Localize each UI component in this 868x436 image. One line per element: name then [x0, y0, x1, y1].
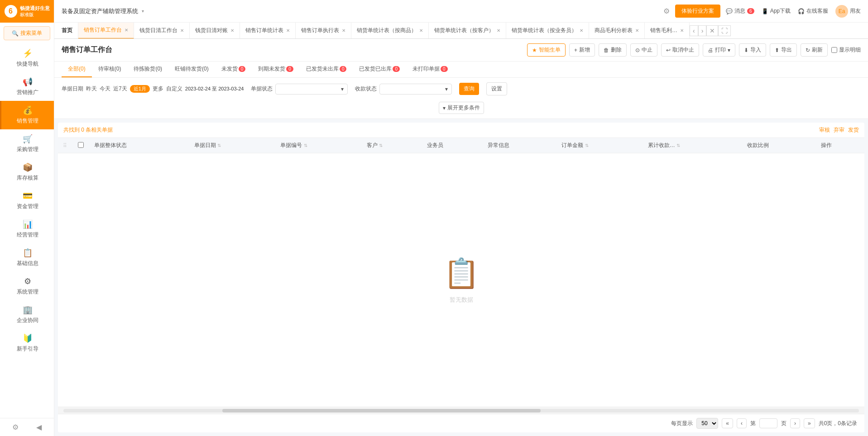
tab-home[interactable]: 首页 — [56, 23, 78, 39]
sub-tab-shipped-not-out[interactable]: 已发货未出库0 — [300, 62, 353, 77]
date-opt-custom[interactable]: 自定义 — [166, 85, 182, 93]
sub-tab-not-shipped[interactable]: 未发货0 — [215, 62, 252, 77]
tab-maximize[interactable]: ⛶ — [718, 25, 731, 36]
sidebar-item-operations[interactable]: 📊 经营管理 — [0, 215, 54, 243]
message-button[interactable]: 💬 消息 6 — [726, 7, 754, 15]
tab-sales-stat-customer[interactable]: 销货单统计表（按客户） ✕ — [429, 23, 506, 39]
tab-close-cash-reconcile[interactable]: ✕ — [230, 28, 234, 33]
tab-nav-prev[interactable]: ‹ — [690, 25, 698, 36]
print-button[interactable]: 🖨 打印 ▾ — [703, 43, 735, 57]
review-action-button[interactable]: 审核 — [819, 126, 830, 134]
sidebar-item-guide[interactable]: 🔰 新手引导 — [0, 329, 54, 357]
per-page-select[interactable]: 50 — [696, 418, 718, 429]
tab-cash-reconcile[interactable]: 钱货日清对账 ✕ — [190, 23, 240, 39]
refresh-button[interactable]: ↻ 刷新 — [801, 43, 828, 57]
smart-create-button[interactable]: ★ 智能生单 — [527, 43, 566, 57]
sidebar-item-basic-info[interactable]: 📋 基础信息 — [0, 243, 54, 272]
page-number-input[interactable]: 1 — [759, 418, 777, 428]
sidebar-item-quick-nav[interactable]: ⚡ 快捷导航 — [0, 44, 54, 72]
sidebar-item-inventory[interactable]: 📦 库存核算 — [0, 158, 54, 186]
industry-btn[interactable]: 体验行业方案 — [675, 5, 720, 18]
sort-date-icon[interactable]: ⇅ — [217, 143, 221, 148]
tab-close-all[interactable]: ✕ — [706, 25, 718, 36]
date-opt-1month[interactable]: 近1月 — [130, 85, 150, 93]
status-select[interactable]: ▾ — [275, 84, 348, 95]
tab-cash-daily[interactable]: 钱货日清工作台 ✕ — [134, 23, 190, 39]
tab-sales-stat-staff[interactable]: 销货单统计表（按业务员） ✕ — [506, 23, 589, 39]
online-service-button[interactable]: 🎧 在线客服 — [798, 7, 828, 15]
sub-tab-all[interactable]: 全部(0) — [62, 62, 92, 77]
col-customer[interactable]: 客户 ⇅ — [362, 138, 422, 153]
delete-button[interactable]: 🗑 删除 — [599, 43, 627, 57]
sub-tab-overdue[interactable]: 到期未发货0 — [252, 62, 300, 77]
app-download-button[interactable]: 📱 App下载 — [762, 7, 791, 15]
col-checkbox[interactable] — [72, 138, 90, 153]
tab-close-sales-exec[interactable]: ✕ — [342, 28, 345, 33]
select-all-checkbox[interactable] — [78, 142, 84, 148]
sidebar-item-system[interactable]: ⚙ 系统管理 — [0, 272, 54, 300]
date-opt-more[interactable]: 更多 — [153, 85, 163, 93]
tab-sales-exec[interactable]: 销售订单执行表 ✕ — [296, 23, 351, 39]
settings-icon[interactable]: ⚙ — [12, 423, 19, 431]
col-collected[interactable]: 累计收款… ⇅ — [643, 138, 743, 153]
sidebar-item-marketing[interactable]: 📢 营销推广 — [0, 72, 54, 101]
col-amount[interactable]: 订单金额 ⇅ — [557, 138, 643, 153]
tab-sales-order[interactable]: 销售订单工作台 ✕ — [78, 23, 134, 39]
query-button[interactable]: 查询 — [459, 83, 479, 95]
tab-close-sales-order[interactable]: ✕ — [125, 28, 128, 33]
sidebar-item-sales[interactable]: 💰 销售管理 — [0, 101, 54, 129]
add-button[interactable]: + 新增 — [569, 43, 595, 57]
tab-close-gross-margin[interactable]: ✕ — [635, 28, 639, 33]
tab-sales-stat-product[interactable]: 销货单统计表（按商品） ✕ — [351, 23, 429, 39]
col-number[interactable]: 单据编号 ⇅ — [276, 138, 362, 153]
scroll-thumb[interactable] — [222, 409, 541, 412]
tab-close-sales-profit[interactable]: ✕ — [680, 28, 684, 33]
user-menu[interactable]: Ea 用友 — [835, 5, 861, 18]
show-detail-checkbox-container[interactable]: 显示明细 — [831, 46, 861, 54]
first-page-btn[interactable]: « — [722, 418, 733, 428]
tab-close-stat-product[interactable]: ✕ — [419, 28, 423, 33]
show-detail-checkbox[interactable] — [831, 47, 837, 53]
tab-nav-next[interactable]: › — [698, 25, 707, 36]
sidebar-item-finance[interactable]: 💳 资金管理 — [0, 186, 54, 215]
payment-select[interactable]: ▾ — [379, 84, 452, 95]
sub-tab-wangpu[interactable]: 旺铺待发货(0) — [168, 62, 215, 77]
search-menu-button[interactable]: 🔍 搜索菜单 — [4, 26, 50, 40]
col-staff[interactable]: 业务员 — [422, 138, 483, 153]
tab-gross-margin[interactable]: 商品毛利分析表 ✕ — [589, 23, 645, 39]
collapse-sidebar-icon[interactable]: ◀ — [36, 423, 42, 431]
export-button[interactable]: ⬆ 导出 — [770, 43, 797, 57]
horizontal-scrollbar[interactable] — [58, 407, 864, 414]
sub-tab-pending-check[interactable]: 待拣验货(0) — [127, 62, 168, 77]
sub-tab-shipped-out[interactable]: 已发货已出库0 — [353, 62, 406, 77]
sidebar-item-purchase[interactable]: 🛒 采购管理 — [0, 129, 54, 158]
expand-conditions-button[interactable]: ▾ 展开更多条件 — [439, 102, 484, 114]
tab-close-stat-customer[interactable]: ✕ — [497, 28, 500, 33]
date-opt-yesterday[interactable]: 昨天 — [86, 85, 97, 93]
tab-close-sales-stat[interactable]: ✕ — [286, 28, 290, 33]
tab-close-stat-staff[interactable]: ✕ — [580, 28, 583, 33]
sort-number-icon[interactable]: ⇅ — [304, 143, 307, 148]
sort-collected-icon[interactable]: ⇅ — [676, 143, 680, 148]
tab-sales-stat[interactable]: 销售订单统计表 ✕ — [240, 23, 296, 39]
cancel-stop-button[interactable]: ↩ 取消中止 — [661, 43, 699, 57]
abandon-action-button[interactable]: 弃审 — [834, 126, 844, 134]
sub-tab-pending-review[interactable]: 待审核(0) — [92, 62, 128, 77]
sort-amount-icon[interactable]: ⇅ — [585, 143, 589, 148]
date-opt-7days[interactable]: 近7天 — [113, 85, 127, 93]
sort-customer-icon[interactable]: ⇅ — [379, 143, 383, 148]
settings-button[interactable]: 设置 — [486, 82, 507, 95]
tab-close-cash-daily[interactable]: ✕ — [180, 28, 184, 33]
tab-sales-profit[interactable]: 销售毛利… ✕ — [645, 23, 690, 39]
ship-action-button[interactable]: 发货 — [848, 126, 859, 134]
sidebar-item-enterprise[interactable]: 🏢 企业协同 — [0, 300, 54, 329]
stop-button[interactable]: ⊙ 中止 — [630, 43, 657, 57]
next-page-btn[interactable]: › — [790, 418, 800, 428]
prev-page-btn[interactable]: ‹ — [737, 418, 747, 428]
col-date[interactable]: 单据日期 ⇅ — [190, 138, 276, 153]
topbar-gear-icon[interactable]: ⚙ — [663, 7, 670, 15]
date-opt-today[interactable]: 今天 — [100, 85, 110, 93]
import-button[interactable]: ⬇ 导入 — [739, 43, 766, 57]
last-page-btn[interactable]: » — [804, 418, 815, 428]
system-dropdown-icon[interactable]: ▾ — [142, 9, 144, 14]
